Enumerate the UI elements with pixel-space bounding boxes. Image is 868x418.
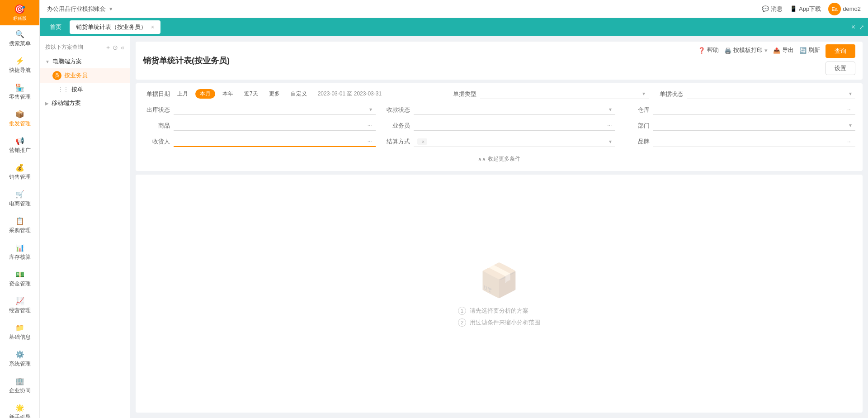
sidebar-item-basic[interactable]: 📁 基础信息 (0, 319, 39, 346)
sidebar-item-label-inventory: 库存核算 (9, 253, 31, 261)
refresh-button[interactable]: 🔄 刷新 (799, 46, 820, 54)
enterprise-icon: 🏢 (15, 377, 24, 385)
settlement-clear-button[interactable]: × (422, 139, 425, 144)
top-bar: 办公用品行业模拟账套 ▾ 💬 消息 📱 App下载 Ea demo2 (40, 0, 868, 18)
date-tab-thismonth[interactable]: 本月 (195, 89, 215, 99)
ecommerce-icon: 🛒 (15, 190, 24, 199)
dropdown-arrow-icon[interactable]: ▾ (109, 5, 113, 12)
app-download-button[interactable]: 📱 App下载 (790, 5, 821, 13)
order-icon: ⋮⋮ (58, 86, 69, 93)
query-button[interactable]: 查询 (826, 44, 855, 58)
tab-close-button[interactable]: × (151, 24, 154, 30)
stock-out-select[interactable]: ▾ (174, 104, 376, 115)
wholesale-icon: 📦 (15, 110, 24, 119)
page-header: 销货单统计表(按业务员) ❓ 帮助 🖨️ 按模板打印 ▾ � (136, 42, 863, 80)
date-tab-custom[interactable]: 自定义 (287, 89, 311, 99)
help-button[interactable]: ❓ 帮助 (698, 46, 719, 54)
sidebar-item-inventory[interactable]: 📊 库存核算 (0, 239, 39, 266)
collapse-panel-button[interactable]: « (121, 44, 124, 51)
export-button[interactable]: 📤 导出 (773, 46, 794, 54)
sidebar-item-operation[interactable]: 📈 经营管理 (0, 292, 39, 319)
page-action-buttons: ❓ 帮助 🖨️ 按模板打印 ▾ 📤 导出 � (698, 46, 820, 54)
date-filter-tabs: 上月 本月 本年 近7天 更多 自定义 2023-03-01 至 2023-03… (174, 89, 382, 99)
sidebar-item-ecommerce[interactable]: 🛒 电商管理 (0, 185, 39, 212)
filter-goods: 商品 ··· (143, 120, 376, 131)
inventory-icon: 📊 (15, 243, 24, 252)
app-download-label: App下载 (799, 5, 821, 13)
warehouse-label: 仓库 (623, 106, 650, 114)
doc-type-select[interactable]: ▾ (480, 89, 649, 99)
department-select[interactable]: ▾ (653, 120, 855, 131)
sidebar-item-system[interactable]: ⚙️ 系统管理 (0, 346, 39, 372)
salesperson-select[interactable]: ··· (414, 120, 616, 131)
brand-label: 品牌 (623, 138, 650, 146)
date-tab-thisyear[interactable]: 本年 (219, 89, 237, 99)
message-button[interactable]: 💬 消息 (762, 5, 783, 13)
export-label: 导出 (782, 46, 794, 54)
logo-text: 标账版 (13, 15, 27, 22)
tab-active-label: 销货单统计表（按业务员） (76, 23, 146, 31)
sidebar-item-marketing[interactable]: 📢 营销推广 (0, 132, 39, 159)
tab-home[interactable]: 首页 (43, 20, 68, 34)
receiver-more[interactable]: ··· (368, 138, 372, 144)
salesperson-label: 业务员 (383, 122, 410, 130)
salesperson-more[interactable]: ··· (607, 122, 612, 128)
expand-icon: ▼ (45, 59, 50, 64)
query-buttons: 查询 设置 (826, 44, 855, 75)
print-button[interactable]: 🖨️ 按模板打印 ▾ (724, 46, 768, 54)
receipt-select[interactable]: ▾ (414, 104, 616, 115)
page-title: 销货单统计表(按业务员) (143, 55, 230, 66)
sidebar-item-sales[interactable]: 💰 销售管理 (0, 159, 39, 185)
user-profile[interactable]: Ea demo2 (828, 3, 861, 15)
purchase-icon: 📋 (15, 217, 24, 225)
brand-select[interactable]: ··· (653, 137, 855, 147)
goods-label: 商品 (143, 122, 170, 130)
sidebar-item-retail[interactable]: 🏪 零售管理 (0, 79, 39, 105)
tab-bar-right: × ⤢ (851, 23, 864, 31)
tree-node-mobile[interactable]: ▶ 移动端方案 (40, 96, 130, 110)
date-tab-more[interactable]: 更多 (265, 89, 283, 99)
sidebar-item-wholesale[interactable]: 📦 批发管理 (0, 105, 39, 132)
warehouse-more[interactable]: ··· (847, 106, 852, 113)
settings-button[interactable]: 设置 (826, 62, 855, 75)
left-panel-header: 按以下方案查询 + ⊙ « (40, 40, 130, 55)
date-tab-lastmonth[interactable]: 上月 (174, 89, 192, 99)
left-panel: 按以下方案查询 + ⊙ « ▼ 电脑端方案 员 按业务员 ⋮⋮ (40, 36, 130, 418)
date-tab-7days[interactable]: 近7天 (241, 89, 262, 99)
tree-node-desktop[interactable]: ▼ 电脑端方案 (40, 55, 130, 68)
edit-scheme-button[interactable]: ⊙ (113, 44, 118, 51)
receiver-input[interactable]: ··· (174, 136, 376, 147)
doc-status-select[interactable]: ▾ (687, 89, 855, 99)
maximize-button[interactable]: ⤢ (859, 24, 864, 31)
sidebar-item-enterprise[interactable]: 🏢 企业协同 (0, 372, 39, 399)
print-icon: 🖨️ (724, 47, 731, 54)
sidebar-item-quicknav[interactable]: ⚡ 快捷导航 (0, 52, 39, 79)
add-scheme-button[interactable]: + (106, 44, 110, 51)
sidebar-item-purchase[interactable]: 📋 采购管理 (0, 212, 39, 239)
tree-node-label-desktop: 电脑端方案 (52, 57, 82, 66)
sidebar-item-newbie[interactable]: 🌟 新手引导 (0, 399, 39, 418)
empty-tip-2: 2 用过滤条件来缩小分析范围 (458, 318, 540, 327)
sidebar-item-label-wholesale: 批发管理 (9, 120, 31, 128)
tree-node-by-salesperson[interactable]: 员 按业务员 (40, 68, 130, 83)
tree-node-label-mobile: 移动端方案 (52, 99, 81, 107)
date-label: 单据日期 (143, 90, 170, 98)
app-suite-title: 办公用品行业模拟账套 (47, 5, 106, 13)
goods-more[interactable]: ··· (368, 122, 372, 128)
goods-select[interactable]: ··· (174, 120, 376, 131)
sidebar-item-finance[interactable]: 💵 资金管理 (0, 266, 39, 292)
tab-active[interactable]: 销货单统计表（按业务员） × (70, 20, 160, 34)
receipt-label: 收款状态 (383, 106, 410, 114)
collapse-button[interactable]: ∧∧ 收起更多条件 (143, 152, 855, 166)
tree-node-by-order[interactable]: ⋮⋮ 按单 (40, 83, 130, 96)
brand-more[interactable]: ··· (847, 138, 852, 145)
close-window-button[interactable]: × (851, 23, 855, 31)
sidebar-item-search[interactable]: 🔍 搜索菜单 (0, 25, 39, 52)
filter-row-3: 商品 ··· 业务员 ··· 部门 (143, 120, 855, 131)
warehouse-select[interactable]: ··· (653, 104, 855, 115)
sidebar-item-label-system: 系统管理 (9, 360, 31, 368)
content-area: 按以下方案查询 + ⊙ « ▼ 电脑端方案 员 按业务员 ⋮⋮ (40, 36, 868, 418)
settlement-arrow: ▾ (609, 138, 612, 145)
settlement-select[interactable]: × ▾ (414, 137, 616, 147)
empty-illustration: 📦 (479, 261, 519, 299)
